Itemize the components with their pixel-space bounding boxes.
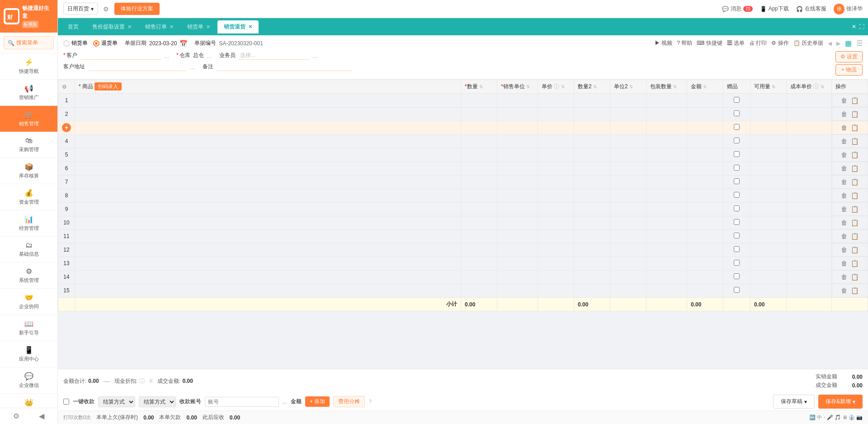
row-3-unit2[interactable] (610, 121, 646, 134)
row-2-unit-price[interactable] (538, 107, 574, 121)
delete-button[interactable]: 🗑 (840, 177, 848, 186)
copy-button[interactable]: 📋 (850, 232, 859, 241)
sidebar-item-marketing[interactable]: 📢 营销推广 (0, 80, 57, 106)
sidebar-item-finance[interactable]: 💰 资金管理 (0, 184, 57, 210)
billing-method-select[interactable]: 结算方式 (139, 396, 176, 407)
calendar-icon[interactable]: 📅 (179, 40, 187, 47)
split-help-icon[interactable]: ? (368, 399, 372, 405)
copy-button[interactable]: 📋 (850, 272, 859, 281)
row-1-unit2[interactable] (610, 94, 646, 108)
copy-button[interactable]: 📋 (850, 245, 859, 254)
settings-side-button[interactable]: ⚙ 设置 (835, 51, 863, 62)
row-3-copy-button[interactable]: 📋 (850, 123, 859, 132)
salesperson-select-icon[interactable]: ... (312, 52, 318, 59)
cost-price-sort-icon[interactable]: ⇅ (821, 84, 824, 89)
sidebar-item-vip[interactable]: 👑 畅会员 (0, 394, 57, 408)
row-1-package-qty[interactable] (646, 94, 687, 108)
row-gift-checkbox[interactable] (734, 138, 740, 143)
row-gift-checkbox[interactable] (734, 233, 740, 238)
delete-button[interactable]: 🗑 (840, 218, 848, 227)
toolbar-operation[interactable]: ⚙ 操作 (771, 39, 788, 47)
row-gift-checkbox[interactable] (734, 165, 740, 171)
unit-price-sort-icon[interactable]: ⇅ (561, 84, 565, 89)
row-2-product[interactable] (75, 107, 461, 121)
row-gift-checkbox[interactable] (734, 205, 740, 211)
history-next-icon[interactable]: ▶ (836, 40, 840, 47)
delete-button[interactable]: 🗑 (840, 164, 848, 173)
row-1-available[interactable] (750, 94, 787, 108)
row-1-delete-button[interactable]: 🗑 (840, 96, 848, 105)
row-1-quantity[interactable] (461, 94, 497, 108)
save-draft-button[interactable]: 保存草稿 ▾ (773, 395, 815, 409)
tab-sales-close[interactable]: ✕ (206, 24, 210, 30)
row-2-amount[interactable] (687, 107, 723, 121)
sidebar-settings-button[interactable]: ⚙ (13, 412, 19, 420)
logistics-side-button[interactable]: + 物流 (835, 64, 863, 76)
row-1-gift-checkbox[interactable] (734, 97, 740, 103)
row-3-unit-price[interactable] (538, 121, 574, 134)
calc-method-select[interactable]: 结算方式 (98, 396, 135, 407)
tab-sales[interactable]: 销货单 ✕ (181, 20, 217, 33)
account-select-icon[interactable]: ... (283, 399, 287, 405)
row-3-package-qty[interactable] (646, 121, 687, 134)
warehouse-select-icon[interactable]: ... (207, 52, 212, 59)
salesperson-input[interactable] (238, 51, 310, 60)
tab-sales-order[interactable]: 销售订单 ✕ (139, 20, 180, 33)
copy-button[interactable]: 📋 (850, 191, 859, 200)
maximize-icon[interactable]: ⛶ (859, 24, 864, 30)
quick-payment-checkbox[interactable] (63, 399, 69, 405)
row-1-amount[interactable] (687, 94, 723, 108)
tab-price-extract-close[interactable]: ✕ (127, 24, 132, 30)
row-2-gift[interactable] (723, 107, 750, 121)
history-prev-icon[interactable]: ◀ (828, 40, 832, 47)
row-1-copy-button[interactable]: 📋 (850, 96, 859, 105)
sidebar-item-quick-nav[interactable]: ⚡ 快捷导航 (0, 53, 57, 80)
row-1-gift[interactable] (723, 94, 750, 108)
amount-sort-icon[interactable]: ⇅ (703, 84, 707, 89)
account-input[interactable] (205, 397, 279, 407)
row-gift-checkbox[interactable] (734, 287, 740, 293)
tab-sales-return[interactable]: 销货退货 ✕ (217, 20, 259, 33)
copy-button[interactable]: 📋 (850, 150, 859, 159)
delete-button[interactable]: 🗑 (840, 150, 848, 159)
tab-price-extract[interactable]: 售价提取设置 ✕ (86, 20, 138, 33)
package-qty-sort-icon[interactable]: ⇅ (673, 84, 677, 89)
row-3-quantity2[interactable] (574, 121, 610, 134)
delete-button[interactable]: 🗑 (840, 232, 848, 241)
sidebar-collapse-button[interactable]: ◀ (39, 412, 44, 420)
row-3-cost-price[interactable] (787, 121, 832, 134)
sidebar-item-system[interactable]: ⚙ 系统管理 (0, 262, 57, 289)
copy-button[interactable]: 📋 (850, 205, 859, 214)
row-1-sales-unit[interactable] (497, 94, 538, 108)
row-1-product[interactable] (75, 94, 461, 108)
sales-unit-sort-icon[interactable]: ⇅ (526, 84, 530, 89)
save-new-button[interactable]: 保存&新增 ▾ (818, 395, 863, 409)
delete-button[interactable]: 🗑 (840, 191, 848, 200)
scan-button[interactable]: 扫码录入 (94, 82, 122, 91)
tab-sales-order-close[interactable]: ✕ (170, 24, 174, 30)
add-payment-button[interactable]: + 添加 (305, 396, 330, 407)
column-settings-icon[interactable]: ⚙ (62, 84, 67, 90)
row-3-sales-unit[interactable] (497, 121, 538, 134)
topbar-settings-icon[interactable]: ⚙ (101, 4, 111, 14)
row-2-available[interactable] (750, 107, 787, 121)
row-gift-checkbox[interactable] (734, 178, 740, 184)
copy-button[interactable]: 📋 (850, 177, 859, 186)
row-gift-checkbox[interactable] (734, 219, 740, 225)
row-2-quantity[interactable] (461, 107, 497, 121)
copy-button[interactable]: 📋 (850, 259, 859, 268)
row-1-quantity2[interactable] (574, 94, 610, 108)
delete-button[interactable]: 🗑 (840, 272, 848, 281)
sidebar-item-app-center[interactable]: 📱 应用中心 (0, 341, 57, 367)
row-1-cost-price[interactable] (787, 94, 832, 108)
copy-button[interactable]: 📋 (850, 218, 859, 227)
sidebar-item-management[interactable]: 📊 经营管理 (0, 210, 57, 237)
row-2-copy-button[interactable]: 📋 (850, 110, 859, 119)
row-3-product-input[interactable] (79, 124, 457, 131)
row-3-delete-button[interactable]: 🗑 (840, 123, 848, 132)
sidebar-item-collab[interactable]: 🤝 企业协同 (0, 289, 57, 315)
sidebar-item-sales[interactable]: 🛒 销售管理 (0, 106, 57, 132)
sidebar-item-basic-info[interactable]: 🗂 基础信息 (0, 237, 57, 262)
note-input[interactable] (216, 62, 352, 71)
view-list-icon[interactable]: ☰ (856, 39, 863, 48)
